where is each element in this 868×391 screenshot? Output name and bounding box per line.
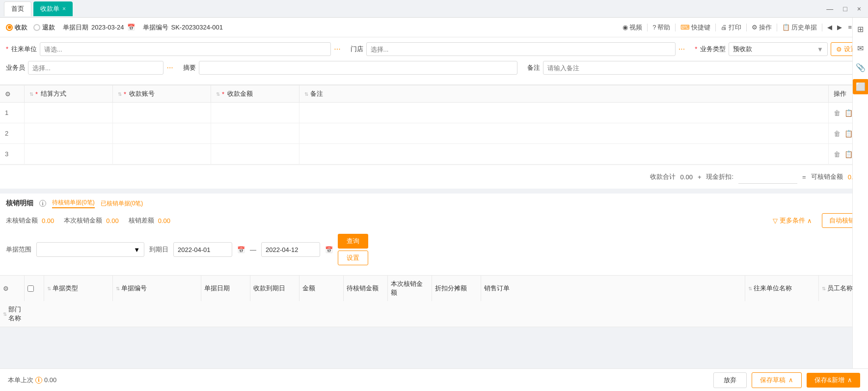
- bth-checkbox: [25, 276, 44, 301]
- tab-active[interactable]: 收款单 ×: [33, 1, 73, 16]
- copy-row-3-btn[interactable]: 📋: [844, 150, 853, 158]
- divider6: [822, 24, 822, 31]
- td-settlement-1[interactable]: [25, 103, 113, 123]
- remarks-label: 备注: [527, 63, 540, 72]
- print-btn[interactable]: 🖨 打印: [721, 23, 741, 32]
- bottom-table-settings-icon[interactable]: ⚙: [3, 285, 9, 292]
- amount-input-1[interactable]: [216, 106, 294, 120]
- amount-input-2[interactable]: [216, 127, 294, 140]
- pending-tab[interactable]: 待核销单据(0笔): [52, 198, 95, 208]
- td-remarks-3[interactable]: [299, 144, 829, 164]
- td-settlement-3[interactable]: [25, 144, 113, 164]
- abandon-btn[interactable]: 放弃: [713, 372, 747, 388]
- td-amount-1[interactable]: [211, 103, 299, 123]
- remarks-input-2[interactable]: [304, 127, 823, 140]
- discount-input[interactable]: [738, 170, 797, 184]
- table-settings-icon[interactable]: ⚙: [5, 90, 11, 98]
- settlement-input-2[interactable]: [29, 127, 108, 140]
- filter-btn[interactable]: ▽ 更多条件 ∧: [773, 216, 812, 225]
- sort-staff-icon: ⇅: [822, 286, 826, 291]
- sidebar-mail-icon[interactable]: ✉: [854, 41, 867, 56]
- tab-close-icon[interactable]: ×: [62, 5, 66, 12]
- date-calendar-icon[interactable]: 📅: [127, 24, 135, 31]
- amount-input-3[interactable]: [216, 147, 294, 161]
- receipt-table: ⚙ ⇅ * 结算方式 ⇅ * 收款账号 ⇅ * 收款金额 ⇅ 备注 操作 1: [0, 85, 868, 165]
- delete-row-2-btn[interactable]: 🗑: [834, 130, 841, 138]
- bth-amount-label: 金额: [302, 284, 315, 293]
- radio-refund[interactable]: 退款: [33, 23, 55, 32]
- nav-next-btn[interactable]: ▶: [837, 24, 842, 31]
- th-operations-label: 操作: [834, 89, 846, 98]
- shop-more-icon[interactable]: ···: [678, 45, 685, 54]
- td-amount-2[interactable]: [211, 123, 299, 143]
- section-info-icon[interactable]: ℹ: [39, 200, 46, 207]
- copy-row-2-btn[interactable]: 📋: [844, 130, 853, 138]
- remarks-field: 备注: [527, 61, 862, 75]
- td-remarks-2[interactable]: [299, 123, 829, 143]
- td-remarks-1[interactable]: [299, 103, 829, 123]
- staff-input[interactable]: [28, 61, 163, 75]
- td-account-3[interactable]: [113, 144, 211, 164]
- counterparty-more-icon[interactable]: ···: [334, 45, 340, 54]
- tab-home[interactable]: 首页: [4, 1, 31, 16]
- biztype-select[interactable]: 预收款 ▼: [729, 42, 828, 56]
- start-date-input[interactable]: [173, 242, 232, 257]
- save-draft-btn[interactable]: 保存草稿 ∧: [752, 372, 802, 388]
- delete-row-1-btn[interactable]: 🗑: [834, 109, 841, 117]
- settlement-input-3[interactable]: [29, 147, 108, 161]
- bth-doc-num: ⇅ 单据编号: [113, 276, 201, 301]
- window-min-btn[interactable]: —: [823, 4, 836, 14]
- counterparty-input[interactable]: [40, 42, 331, 56]
- filter-arrow-icon: ∧: [807, 217, 812, 224]
- delete-row-3-btn[interactable]: 🗑: [834, 150, 841, 158]
- bth-doc-num-label: 单据编号: [121, 284, 147, 293]
- remarks-input-3[interactable]: [304, 147, 823, 161]
- copy-row-1-btn[interactable]: 📋: [844, 109, 853, 117]
- select-all-checkbox[interactable]: [27, 285, 34, 292]
- staff-more-icon[interactable]: ···: [166, 63, 173, 72]
- td-account-1[interactable]: [113, 103, 211, 123]
- remarks-input[interactable]: [543, 61, 862, 75]
- shop-input[interactable]: [366, 42, 676, 56]
- shortcut-icon: ⌨: [680, 24, 690, 31]
- sidebar-table-icon[interactable]: ⊞: [854, 22, 867, 37]
- nav-prev-btn[interactable]: ◀: [827, 24, 832, 31]
- sort-dept-icon: ⇅: [3, 311, 7, 317]
- window-close-btn[interactable]: ×: [854, 4, 864, 14]
- sidebar-form-icon[interactable]: ⬜: [853, 79, 868, 94]
- video-label: 视频: [629, 23, 642, 32]
- account-input-1[interactable]: [118, 106, 206, 120]
- account-input-2[interactable]: [118, 127, 206, 140]
- toolbar: 收款 退款 单据日期 2023-03-24 📅 单据编号 SK-20230324…: [0, 18, 868, 37]
- sidebar-attachment-icon[interactable]: 📎: [853, 60, 868, 75]
- calendar-start-icon[interactable]: 📅: [237, 246, 245, 253]
- td-account-2[interactable]: [113, 123, 211, 143]
- calendar-end-icon[interactable]: 📅: [325, 246, 333, 253]
- account-input-3[interactable]: [118, 147, 206, 161]
- operation-btn[interactable]: ⚙ 操作: [752, 23, 772, 32]
- range-dropdown[interactable]: ▼: [36, 242, 144, 257]
- date-separator: —: [250, 246, 256, 253]
- query-btn[interactable]: 查询: [338, 234, 368, 249]
- summary-input[interactable]: [199, 61, 518, 75]
- radio-receipt[interactable]: 收款: [6, 23, 27, 32]
- history-btn[interactable]: 📋 历史单据: [782, 23, 817, 32]
- help-btn[interactable]: ? 帮助: [652, 23, 670, 32]
- verified-tab[interactable]: 已核销单据(0笔): [101, 199, 143, 208]
- date-setting-btn[interactable]: 设置: [338, 251, 368, 265]
- biztype-value: 预收款: [733, 45, 752, 54]
- td-amount-3[interactable]: [211, 144, 299, 164]
- video-btn[interactable]: ◉ 视频: [623, 23, 642, 32]
- window-max-btn[interactable]: □: [840, 4, 850, 14]
- range-label: 单据范围: [6, 245, 31, 254]
- end-date-input[interactable]: [261, 242, 320, 257]
- remarks-input-1[interactable]: [304, 106, 823, 120]
- footer-info-icon[interactable]: ℹ: [35, 377, 42, 384]
- settlement-input-1[interactable]: [29, 106, 108, 120]
- form-row-1: * 往来单位 ··· 门店 ··· * 业务类型 预收款 ▼ ⚙ 设置: [6, 42, 862, 56]
- tab-home-label: 首页: [11, 4, 24, 13]
- th-settlement-label: 结算方式: [41, 89, 66, 98]
- save-new-btn[interactable]: 保存&新增 ∧: [807, 373, 860, 388]
- td-settlement-2[interactable]: [25, 123, 113, 143]
- shortcut-btn[interactable]: ⌨ 快捷键: [680, 23, 710, 32]
